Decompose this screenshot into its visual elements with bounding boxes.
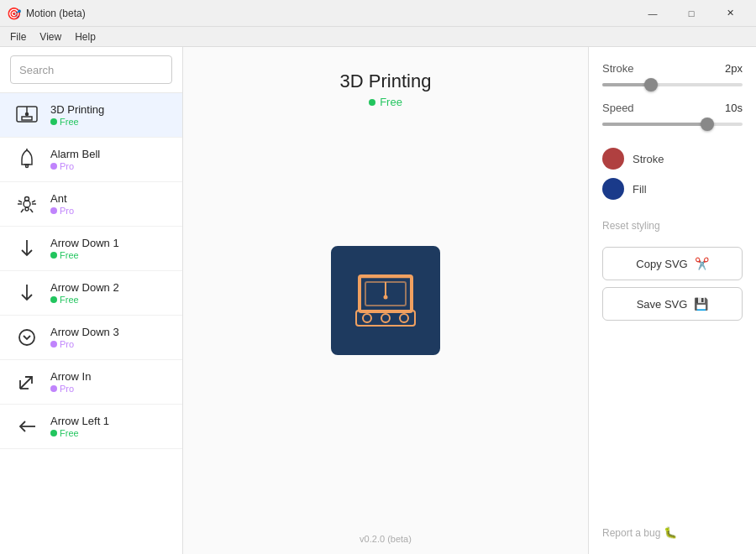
item-name-arrow-left-1: Arrow Left 1 — [50, 415, 109, 427]
sidebar-item-arrow-in[interactable]: Arrow In Pro — [0, 360, 182, 405]
speed-slider-fill — [602, 123, 707, 126]
badge-dot-free-2 — [50, 252, 57, 259]
arrow-down-1-icon — [12, 233, 42, 264]
svg-line-11 — [32, 201, 35, 202]
version-text: v0.2.0 (beta) — [360, 534, 412, 544]
svg-line-19 — [20, 377, 32, 389]
svg-point-9 — [25, 207, 29, 211]
sidebar-item-3d-printing[interactable]: 3D Printing Free — [0, 93, 182, 138]
svg-point-3 — [26, 113, 29, 116]
main-badge-dot — [369, 99, 375, 106]
speed-slider-container — [602, 118, 743, 126]
animation-badge: Free — [369, 96, 402, 108]
svg-point-5 — [26, 165, 29, 168]
svg-line-10 — [18, 201, 22, 202]
speed-slider-thumb[interactable] — [701, 118, 714, 131]
sidebar-item-ant[interactable]: Ant Pro — [0, 182, 182, 227]
menu-view[interactable]: View — [33, 29, 68, 44]
animation-title: 3D Printing — [340, 71, 432, 92]
sidebar-item-alarm-bell[interactable]: Alarm Bell Pro — [0, 138, 182, 182]
svg-point-18 — [19, 330, 34, 345]
app-title: Motion (beta) — [26, 8, 86, 19]
item-info-alarm-bell: Alarm Bell Pro — [50, 148, 100, 171]
stroke-color-swatch[interactable] — [602, 148, 624, 170]
badge-text-pro-1: Pro — [60, 161, 74, 171]
item-name-arrow-down-1: Arrow Down 1 — [50, 237, 119, 249]
item-info-arrow-down-2: Arrow Down 2 Free — [50, 281, 119, 305]
arrow-down-2-icon — [12, 278, 42, 308]
item-name-arrow-down-3: Arrow Down 3 — [50, 326, 119, 338]
item-badge-3d-printing: Free — [50, 117, 104, 127]
item-badge-arrow-down-2: Free — [50, 295, 119, 305]
badge-text-pro-3: Pro — [60, 339, 74, 349]
minimize-button[interactable]: — — [633, 0, 672, 27]
item-badge-arrow-down-1: Free — [50, 250, 119, 260]
fill-color-swatch[interactable] — [602, 178, 624, 200]
animation-preview — [331, 246, 440, 355]
badge-text-free-4: Free — [60, 428, 79, 438]
color-section: Stroke Fill — [602, 148, 743, 208]
item-badge-ant: Pro — [50, 206, 74, 216]
speed-slider-track — [602, 123, 743, 126]
report-bug-link[interactable]: Report a bug 🐛 — [602, 526, 743, 539]
save-svg-icon: 💾 — [694, 297, 708, 311]
titlebar-left: 🎯 Motion (beta) — [7, 7, 86, 20]
badge-dot-pro-3 — [50, 341, 57, 348]
svg-point-30 — [384, 295, 388, 300]
main-badge-text: Free — [380, 96, 402, 108]
search-container — [0, 47, 182, 93]
item-name-3d-printing: 3D Printing — [50, 103, 104, 116]
sidebar-item-arrow-down-2[interactable]: Arrow Down 2 Free — [0, 271, 182, 316]
stroke-row: Stroke 2px — [602, 62, 743, 75]
stroke-slider-track — [602, 83, 743, 86]
maximize-button[interactable]: □ — [672, 0, 711, 27]
menu-file[interactable]: File — [3, 29, 33, 44]
stroke-slider-container — [602, 78, 743, 86]
stroke-color-row: Stroke — [602, 148, 743, 170]
item-name-arrow-in: Arrow In — [50, 370, 91, 383]
sidebar-item-arrow-down-1[interactable]: Arrow Down 1 Free — [0, 227, 182, 271]
reset-styling-link[interactable]: Reset styling — [602, 220, 743, 232]
badge-text-pro-2: Pro — [60, 206, 74, 216]
alarm-bell-icon — [12, 144, 42, 175]
badge-dot-pro-1 — [50, 163, 57, 170]
svg-line-15 — [30, 209, 33, 212]
search-input[interactable] — [10, 55, 172, 84]
report-bug-label: Report a bug — [602, 527, 660, 539]
bug-icon: 🐛 — [664, 526, 677, 539]
fill-color-label: Fill — [633, 183, 647, 196]
item-name-arrow-down-2: Arrow Down 2 — [50, 281, 119, 294]
svg-rect-1 — [22, 117, 32, 120]
badge-text-free-2: Free — [60, 250, 79, 260]
speed-row: Speed 10s — [602, 102, 743, 114]
menu-help[interactable]: Help — [68, 29, 102, 44]
save-svg-button[interactable]: Save SVG 💾 — [602, 287, 743, 321]
item-name-ant: Ant — [50, 192, 74, 205]
badge-dot-pro-4 — [50, 385, 57, 392]
item-info-arrow-in: Arrow In Pro — [50, 370, 91, 394]
3d-printing-icon — [12, 100, 42, 130]
stroke-slider-thumb[interactable] — [644, 78, 658, 91]
ant-icon — [12, 189, 42, 219]
copy-svg-button[interactable]: Copy SVG ✂️ — [602, 247, 743, 280]
menubar: File View Help — [0, 27, 756, 47]
fill-color-row: Fill — [602, 178, 743, 200]
item-info-ant: Ant Pro — [50, 192, 74, 216]
badge-dot-pro-2 — [50, 207, 57, 214]
item-info-3d-printing: 3D Printing Free — [50, 103, 104, 127]
sidebar-item-arrow-down-3[interactable]: Arrow Down 3 Pro — [0, 316, 182, 360]
close-button[interactable]: ✕ — [711, 0, 749, 27]
copy-svg-label: Copy SVG — [636, 258, 687, 270]
stroke-color-label: Stroke — [633, 153, 664, 165]
copy-svg-icon: ✂️ — [695, 257, 709, 270]
app-body: 3D Printing Free — [0, 47, 756, 554]
svg-line-14 — [21, 209, 24, 212]
item-badge-alarm-bell: Pro — [50, 161, 100, 171]
svg-point-24 — [363, 314, 371, 322]
badge-text-free: Free — [60, 117, 79, 127]
arrow-down-3-icon — [12, 322, 42, 353]
sidebar-list: 3D Printing Free — [0, 93, 182, 554]
sidebar-item-arrow-left-1[interactable]: Arrow Left 1 Free — [0, 405, 182, 449]
item-info-arrow-down-3: Arrow Down 3 Pro — [50, 326, 119, 349]
item-name-alarm-bell: Alarm Bell — [50, 148, 100, 160]
